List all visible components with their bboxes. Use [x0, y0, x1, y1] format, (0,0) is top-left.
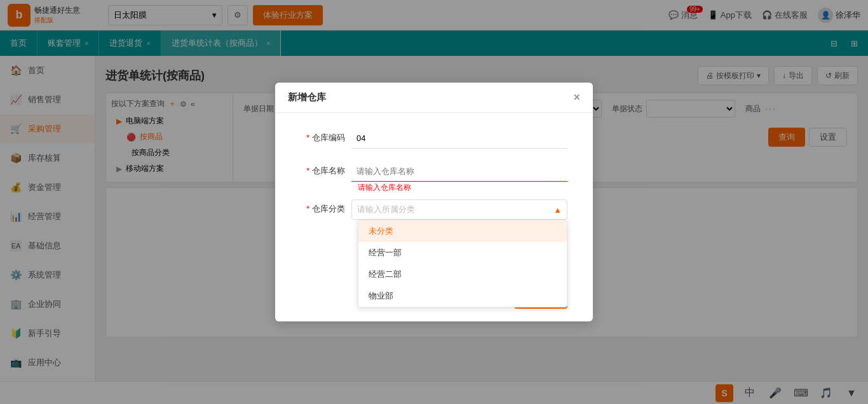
- category-select[interactable]: 请输入所属分类 ▲: [351, 199, 567, 220]
- dropdown-option-dept2[interactable]: 经营二部: [358, 264, 567, 285]
- dropdown-option-dept1[interactable]: 经营一部: [358, 242, 567, 264]
- category-field-row: * 仓库分类 请输入所属分类 ▲ 未分类 经营一部 经营二部: [301, 199, 567, 220]
- category-label: * 仓库分类: [301, 199, 351, 215]
- modal-close-btn[interactable]: ×: [573, 91, 580, 104]
- name-label: * 仓库名称: [301, 161, 351, 177]
- modal-title: 新增仓库: [288, 91, 326, 104]
- new-warehouse-modal: 新增仓库 × * 仓库编码 * 仓库名称 请输入仓库名称: [275, 83, 593, 321]
- dropdown-option-property[interactable]: 物业部: [358, 285, 567, 307]
- dropdown-option-uncategorized[interactable]: 未分类: [358, 220, 567, 242]
- code-field-row: * 仓库编码: [301, 128, 567, 149]
- modal-header: 新增仓库 ×: [275, 83, 593, 113]
- name-field-row: * 仓库名称 请输入仓库名称: [301, 161, 567, 182]
- modal-overlay: 新增仓库 × * 仓库编码 * 仓库名称 请输入仓库名称: [0, 0, 868, 404]
- modal-body: * 仓库编码 * 仓库名称 请输入仓库名称 * 仓库分类: [275, 113, 593, 248]
- category-chevron-up-icon: ▲: [553, 205, 562, 215]
- warehouse-code-input[interactable]: [351, 128, 567, 149]
- code-label: * 仓库编码: [301, 128, 351, 144]
- category-dropdown: 未分类 经营一部 经营二部 物业部: [358, 220, 567, 307]
- category-placeholder: 请输入所属分类: [357, 204, 415, 215]
- name-error-text: 请输入仓库名称: [358, 182, 411, 193]
- warehouse-name-input[interactable]: [351, 161, 567, 182]
